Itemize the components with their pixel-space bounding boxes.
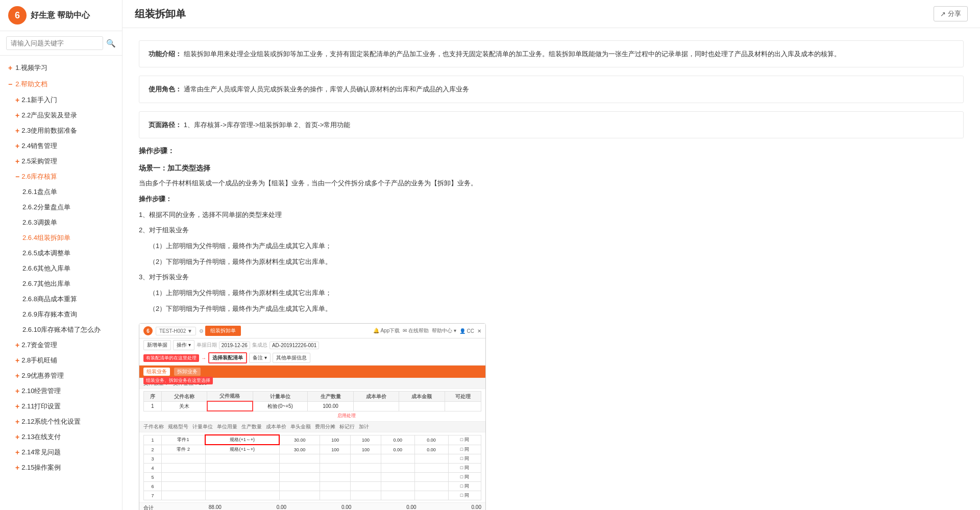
mock-bottom-row-1: 1 零件1 规格(+1～+) 30.00 100 100 0.00 0.00 □… xyxy=(144,435,481,445)
mock-top-table: 序 父件名称 父件规格 计量单位 生产数量 成本单价 成本金额 可处理 xyxy=(143,391,481,411)
step2-1: （1）上部明细为父件明细，最终作为产成品生成其它入库单； xyxy=(139,240,964,253)
func-intro-block: 功能介绍： 组装拆卸单用来处理企业组装或拆卸等加工业务，支持有固定装配清单的产品… xyxy=(139,40,964,67)
sidebar-item-s211[interactable]: + 2.11打印设置 xyxy=(0,399,122,414)
sidebar-item-s21[interactable]: + 2.1新手入门 xyxy=(0,92,122,108)
content-area: 功能介绍： 组装拆卸单用来处理企业组装或拆卸等加工业务，支持有固定装配清单的产品… xyxy=(122,28,980,510)
expand-icon-s21: + xyxy=(15,96,19,104)
sidebar: 6 好生意 帮助中心 🔍 + 1.视频学习 − 2.帮助文档 + 2.1新手入门 xyxy=(0,0,122,510)
scenario1-title: 场景一：加工类型选择 xyxy=(139,164,964,173)
sidebar-item-s268[interactable]: 2.6.8商品成本重算 xyxy=(0,292,122,307)
mock-bottom-table: 1 零件1 规格(+1～+) 30.00 100 100 0.00 0.00 □… xyxy=(143,434,481,500)
mock-logo: 6 xyxy=(143,326,153,335)
mock-bottom-table-area: 1 零件1 规格(+1～+) 30.00 100 100 0.00 0.00 □… xyxy=(139,432,485,502)
sidebar-item-s215[interactable]: + 2.15操作案例 xyxy=(0,460,122,475)
sidebar-item-s210[interactable]: + 2.10经营管理 xyxy=(0,383,122,399)
expand-icon-s212: + xyxy=(15,418,19,426)
expand-icon-s25: + xyxy=(15,157,19,165)
mock-type-zz: 组装业务 xyxy=(143,368,170,376)
mock-bottom-row-2: 2 零件 2 规格(+1～+) 30.00 100 100 0.00 0.00 … xyxy=(144,445,481,454)
page-title: 组装拆卸单 xyxy=(135,7,186,21)
sidebar-item-s267[interactable]: 2.6.7其他出库单 xyxy=(0,276,122,292)
collapse-icon-s2: − xyxy=(8,80,12,88)
expand-icon-s28: + xyxy=(15,356,19,365)
sidebar-section-1[interactable]: + 1.视频学习 xyxy=(0,60,122,76)
search-input[interactable] xyxy=(6,36,103,50)
expand-icon-s214: + xyxy=(15,448,19,456)
mock-company-select: TEST-H002 ▼ xyxy=(156,327,196,335)
expand-icon-s24: + xyxy=(15,142,19,150)
sidebar-item-s22[interactable]: + 2.2产品安装及登录 xyxy=(0,108,122,123)
sidebar-item-s23[interactable]: + 2.3使用前数据准备 xyxy=(0,123,122,138)
func-intro-label: 功能介绍： xyxy=(149,50,182,58)
sidebar-item-s213[interactable]: + 2.13在线支付 xyxy=(0,429,122,445)
sidebar-item-s263[interactable]: 2.6.3调拨单 xyxy=(0,215,122,230)
sidebar-sub-s2: + 2.1新手入门 + 2.2产品安装及登录 + 2.3使用前数据准备 + 2.… xyxy=(0,92,122,475)
collapse-icon-s26: − xyxy=(15,173,19,181)
mock-bottom-row-5: 5 □ 同 xyxy=(144,473,481,482)
expand-icon-s27: + xyxy=(15,341,19,349)
annotation-3: 组装业务、拆卸业务在这里选择 xyxy=(143,377,213,384)
sidebar-item-s29[interactable]: + 2.9优惠券管理 xyxy=(0,368,122,383)
mock-section-header-bottom: 子件名称 规格型号 计量单位 单位用量 生产数量 成本单价 单头金额 费用分摊 … xyxy=(139,421,485,432)
sidebar-item-s28[interactable]: + 2.8手机旺铺 xyxy=(0,353,122,368)
scenario1-desc: 当由多个子件材料组装成一个成品的业务为【组装】业务，当由一个父件拆分成多个子产品… xyxy=(139,177,964,190)
mock-bottom-row-4: 4 □ 同 xyxy=(144,464,481,473)
mock-top-table-row-1: 1 关木 检验(0~+5) 100.00 xyxy=(144,401,481,411)
mock-bottom-row-3: 3 □ 同 xyxy=(144,454,481,464)
expand-icon-s213: + xyxy=(15,433,19,441)
step3-1: （1）上部明细为父件明细，最终作为原材料生成其它出库单； xyxy=(139,287,964,300)
expand-icon-s210: + xyxy=(15,387,19,395)
mock-footer: 合计 88.00 0.00 0.00 0.00 0.00 xyxy=(139,502,485,510)
sidebar-item-s262[interactable]: 2.6.2分量盘点单 xyxy=(0,200,122,215)
sidebar-header: 6 好生意 帮助中心 xyxy=(0,0,122,31)
mock-select-assembly-btn: 选择装配清单 xyxy=(208,352,247,363)
expand-icon-s1: + xyxy=(8,64,12,72)
mock-toolbar: 新增单据 操作 ▾ 单据日期 2019-12-26 集成总 AD-2019122… xyxy=(139,338,485,366)
expand-icon-s22: + xyxy=(15,111,19,119)
step1: 1、根据不同的业务，选择不同单据的类型来处理 xyxy=(139,209,964,222)
sidebar-section-2[interactable]: − 2.帮助文档 xyxy=(0,76,122,92)
sidebar-item-s264[interactable]: 2.6.4组装拆卸单 xyxy=(0,230,122,246)
search-box: 🔍 xyxy=(0,31,122,56)
sidebar-item-s266[interactable]: 2.6.6其他入库单 xyxy=(0,261,122,276)
mock-app-bar: 6 TEST-H002 ▼ ⚙ 组装拆卸单 🔔 App下载 ✉ 在线帮助 帮助中… xyxy=(139,324,485,338)
annotation-1: 有装配清单的在这里处理 xyxy=(143,354,199,362)
sidebar-item-s261[interactable]: 2.6.1盘点单 xyxy=(0,184,122,200)
main-content: 组装拆卸单 ↗ 分享 功能介绍： 组装拆卸单用来处理企业组装或拆卸等加工业务，支… xyxy=(122,0,980,510)
share-button[interactable]: ↗ 分享 xyxy=(934,6,968,21)
sidebar-item-s2610[interactable]: 2.6.10库存账本错了怎么办 xyxy=(0,322,122,337)
path-label: 页面路径： xyxy=(149,121,182,129)
sidebar-item-s25[interactable]: + 2.5采购管理 xyxy=(0,154,122,169)
expand-icon-s215: + xyxy=(15,464,19,472)
step2: 2、对于组装业务 xyxy=(139,224,964,237)
func-intro-text: 组装拆卸单用来处理企业组装或拆卸等加工业务，支持有固定装配清单的产品加工业务，也… xyxy=(184,50,841,58)
sidebar-item-s265[interactable]: 2.6.5成本调整单 xyxy=(0,246,122,261)
sidebar-section-2-label: 2.帮助文档 xyxy=(15,80,47,89)
search-button[interactable]: 🔍 xyxy=(106,39,116,48)
mock-type-cx: 拆卸业务 xyxy=(174,368,201,376)
sidebar-item-s269[interactable]: 2.6.9库存账本查询 xyxy=(0,307,122,322)
mock-top-table-area: 序 父件名称 父件规格 计量单位 生产数量 成本单价 成本金额 可处理 xyxy=(139,389,485,421)
sidebar-item-s212[interactable]: + 2.12系统个性化设置 xyxy=(0,414,122,429)
nav-tree: + 1.视频学习 − 2.帮助文档 + 2.1新手入门 + 2.2产品安装及登录 xyxy=(0,56,122,510)
mock-bottom-row-6: 6 □ 同 xyxy=(144,482,481,491)
brand-name: 好生意 帮助中心 xyxy=(31,10,90,21)
sidebar-section-1-label: 1.视频学习 xyxy=(15,63,47,72)
mock-type-bar: 组装业务 拆卸业务 xyxy=(139,366,485,378)
sidebar-item-s24[interactable]: + 2.4销售管理 xyxy=(0,138,122,154)
path-text: 1、库存核算->库存管理->组装拆卸单 2、首页->常用功能 xyxy=(184,121,351,129)
path-block: 页面路径： 1、库存核算->库存管理->组装拆卸单 2、首页->常用功能 xyxy=(139,111,964,138)
expand-icon-s211: + xyxy=(15,402,19,410)
step3-2: （2）下部明细为子件明细，最终作为产成品生成其它入库单。 xyxy=(139,303,964,315)
sidebar-item-s214[interactable]: + 2.14常见问题 xyxy=(0,445,122,460)
annotation-4: 启用处理 xyxy=(337,412,481,419)
mock-top-right: 🔔 App下载 ✉ 在线帮助 帮助中心 ▾ 👤 CC ✕ xyxy=(373,327,481,334)
sidebar-item-s27[interactable]: + 2.7资金管理 xyxy=(0,337,122,353)
role-text: 通常由生产人员或库管人员完成拆装业务的操作，库管人员确认原材料的出库和产成品的入… xyxy=(184,85,469,93)
screenshot-container: 6 TEST-H002 ▼ ⚙ 组装拆卸单 🔔 App下载 ✉ 在线帮助 帮助中… xyxy=(139,323,486,510)
mock-app-bar-left: 6 TEST-H002 ▼ ⚙ 组装拆卸单 xyxy=(143,326,369,336)
sidebar-item-s26[interactable]: − 2.6库存核算 xyxy=(0,169,122,184)
share-icon: ↗ xyxy=(940,10,946,18)
step2-2: （2）下部明细为子件明细，最终作为原材料生成其它出库单。 xyxy=(139,256,964,269)
mock-tabs: ⚙ 组装拆卸单 xyxy=(199,326,241,336)
